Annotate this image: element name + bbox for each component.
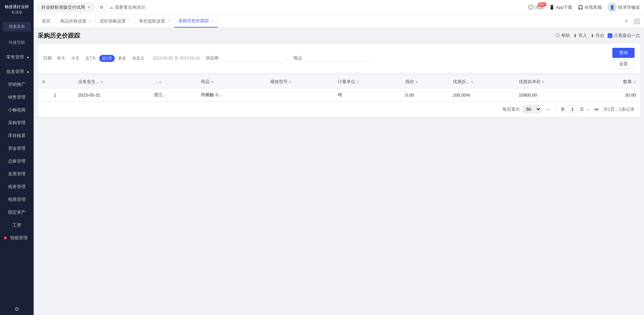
tab-home[interactable]: 首页 <box>36 15 56 28</box>
column-settings-icon[interactable]: ⚙ <box>42 79 46 84</box>
app-edition: 标准版 <box>3 10 31 15</box>
page-unit: 页 <box>580 106 584 112</box>
sidebar-item-invoice[interactable]: 发票管理 <box>0 168 34 180</box>
td-discount: 100.00% <box>449 89 515 102</box>
first-page-button[interactable]: ⏮ <box>544 106 552 112</box>
sidebar-item-ledger[interactable]: 总账管理 <box>0 155 34 168</box>
prev-page-button[interactable]: ‹ <box>554 106 559 112</box>
page-header: 采购历史价跟踪 ⓘ 帮助 ⬆ 导入 ⬇ 导出 只看最后一次 <box>38 32 640 40</box>
next-page-button[interactable]: › <box>585 106 591 112</box>
sort-icon[interactable]: ⇅ <box>100 80 103 84</box>
search-menu-button[interactable]: 搜索菜单 <box>3 22 31 32</box>
date-opt-7days[interactable]: 近7天 <box>83 55 99 62</box>
td-quote: 0.00 <box>401 89 449 102</box>
sidebar: 畅捷通好业财 标准版 搜索菜单 快捷导航 零售管理 ▲ 批发管理 ▲ 营销推广 … <box>0 0 34 315</box>
date-opt-today[interactable]: 今天 <box>69 55 82 62</box>
download-icon: 📱 <box>549 5 554 10</box>
sidebar-settings-icon[interactable]: ⚙ <box>14 306 19 312</box>
sidebar-item-inventory[interactable]: 库存核算 <box>0 129 34 142</box>
date-opt-more[interactable]: 更多 <box>115 55 129 62</box>
goods-filter-label: 商品 <box>293 55 302 61</box>
close-icon[interactable]: × <box>89 19 91 23</box>
sidebar-item-ecommerce-small[interactable]: 小畅电商 <box>0 104 34 116</box>
topbar-settings-button[interactable]: ⚙ <box>97 3 106 12</box>
sort-icon[interactable]: ⇅ <box>289 80 291 84</box>
sidebar-item-salary[interactable]: 工资 <box>0 219 34 232</box>
tab-purchase-history[interactable]: 采购历史价跟踪 × <box>174 15 218 28</box>
total-info: 共1页，1条记录 <box>604 106 635 112</box>
per-page-label: 每页显示 <box>502 106 520 112</box>
checkbox-icon <box>608 33 612 38</box>
sidebar-item-wholesale[interactable]: 批发管理 ▲ <box>0 65 34 78</box>
sidebar-item-finance[interactable]: 资金管理 <box>0 142 34 155</box>
tab-sale-price[interactable]: 售价提取设置 × <box>135 15 174 28</box>
last-page-button[interactable]: ⏭ <box>593 106 601 112</box>
user-info[interactable]: 👤 徐泽华修改 <box>607 3 640 12</box>
date-opt-1month[interactable]: 近1月 <box>99 55 115 62</box>
td-supplier: 浙江... <box>150 89 197 102</box>
tab-close-button[interactable]: × <box>623 18 629 25</box>
sort-icon[interactable]: ⇅ <box>415 80 418 84</box>
help-icon: ⓘ <box>556 33 560 39</box>
tabs-controls: × ⬜ <box>623 17 641 25</box>
topbar-right: 💬 消息 99+ 📱 App下载 🎧 在线客服 👤 徐泽华修改 <box>528 3 640 12</box>
sort-icon[interactable]: ⇅ <box>542 80 544 84</box>
demo-button[interactable]: ☁ 我要看实例演示 <box>109 4 145 10</box>
td-seq: 1 <box>50 89 74 102</box>
date-opt-custom[interactable]: 自定义 <box>130 55 147 62</box>
sidebar-logo: 畅捷通好业财 标准版 <box>0 0 34 19</box>
date-opt-yesterday[interactable]: 昨天 <box>55 55 68 62</box>
th-price: 优惠前单价 ⇅ <box>515 75 593 89</box>
supplier-input[interactable] <box>221 55 282 62</box>
sort-icon[interactable]: ⇅ <box>633 80 636 84</box>
sort-icon[interactable]: ⇅ <box>211 80 214 84</box>
goods-more-button[interactable]: ... <box>368 56 371 61</box>
avatar: 👤 <box>607 3 617 12</box>
query-button[interactable]: 查询 <box>612 48 635 58</box>
th-quote: 报价 ⇅ <box>401 75 449 89</box>
app-selector[interactable]: 好业财标准版交付试用 ▼ <box>38 3 94 12</box>
close-icon[interactable]: × <box>129 19 131 23</box>
sidebar-item-purchase[interactable]: 采购管理 <box>0 116 34 129</box>
sort-icon[interactable]: ⇅ <box>159 80 162 84</box>
tab-expand-button[interactable]: ⬜ <box>632 17 641 25</box>
tab-price-setting[interactable]: 商品价格设置 × <box>56 15 96 28</box>
import-button[interactable]: ⬆ 导入 <box>573 33 587 39</box>
per-page-select[interactable]: 50 100 200 <box>523 105 541 113</box>
th-date: 业务发生... ⇅ <box>74 75 150 89</box>
date-filter-group: 日期 昨天 今天 近7天 近1月 更多 自定义 2023-05-02 至 202… <box>43 55 200 62</box>
sort-icon[interactable]: ⇅ <box>356 80 359 84</box>
page-content: 采购历史价跟踪 ⓘ 帮助 ⬆ 导入 ⬇ 导出 只看最后一次 <box>34 28 644 315</box>
filter-settings-button[interactable]: 设置 <box>612 59 635 69</box>
user-name: 徐泽华修改 <box>618 4 640 10</box>
divider <box>3 64 31 65</box>
sidebar-item-marketing[interactable]: 营销推广 <box>0 78 34 91</box>
pagination: 每页显示 50 100 200 ⏮ ‹ 第 页 › ⏭ 共1页，1条记录 <box>38 102 640 116</box>
sidebar-item-tax[interactable]: 税务管理 <box>0 180 34 193</box>
supplier-more-button[interactable]: ... <box>285 56 288 61</box>
quick-nav-button[interactable]: 快捷导航 <box>3 37 31 48</box>
sidebar-item-retail[interactable]: 零售管理 ▲ <box>0 51 34 64</box>
online-service-button[interactable]: 🎧 在线客服 <box>578 4 602 10</box>
goods-input[interactable] <box>305 55 365 62</box>
td-price: 10900.00 <box>515 89 593 102</box>
help-button[interactable]: ⓘ 帮助 <box>556 33 570 39</box>
td-qty: 30.00 <box>593 89 640 102</box>
sidebar-item-sales[interactable]: 销售管理 <box>0 91 34 104</box>
gear-icon: ⚙ <box>100 5 104 10</box>
topbar-left: 好业财标准版交付试用 ▼ ⚙ ☁ 我要看实例演示 <box>38 3 145 12</box>
export-button[interactable]: ⬇ 导出 <box>591 33 604 39</box>
close-icon[interactable]: × <box>212 19 214 23</box>
page-number-input[interactable] <box>566 106 578 113</box>
message-button[interactable]: 💬 消息 99+ <box>528 4 544 10</box>
sort-icon[interactable]: ⇅ <box>471 80 473 84</box>
close-icon[interactable]: × <box>168 19 170 23</box>
sidebar-item-smart[interactable]: 智能管理 <box>0 232 34 244</box>
sidebar-item-assets[interactable]: 固定资产 <box>0 206 34 219</box>
last-only-toggle[interactable]: 只看最后一次 <box>608 33 640 39</box>
app-download-button[interactable]: 📱 App下载 <box>549 4 572 10</box>
th-settings: ⚙ <box>38 75 50 89</box>
sidebar-item-ecommerce[interactable]: 电商管理 <box>0 193 34 206</box>
tab-purchase-strategy[interactable]: 进价策略设置 × <box>96 15 135 28</box>
main-area: 好业财标准版交付试用 ▼ ⚙ ☁ 我要看实例演示 💬 消息 99+ 📱 App下… <box>34 0 644 315</box>
